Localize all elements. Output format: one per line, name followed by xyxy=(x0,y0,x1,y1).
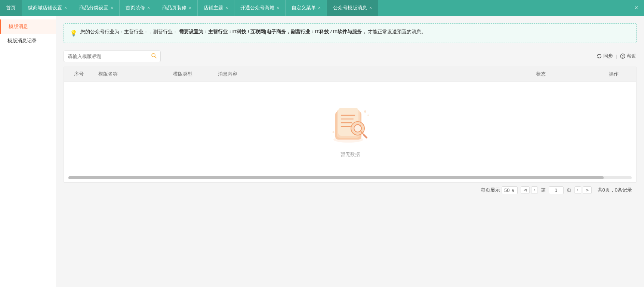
tab-open-mall[interactable]: 开通公众号商城 × xyxy=(234,0,286,16)
th-name: 模版名称 xyxy=(94,67,169,81)
scrollbar[interactable] xyxy=(64,173,636,182)
help-button[interactable]: ? 帮助 xyxy=(620,53,637,59)
page-next-button[interactable]: › xyxy=(574,186,581,194)
per-page-select: 每页显示 50 ∨ xyxy=(481,186,517,194)
th-action: 操作 xyxy=(591,67,636,81)
tab-home-decor-label: 首页装修 xyxy=(126,4,145,11)
tab-shop-settings-close[interactable]: × xyxy=(64,5,67,10)
search-input-wrap xyxy=(64,51,161,62)
svg-line-16 xyxy=(364,135,367,138)
tab-category-settings-label: 商品分类设置 xyxy=(79,4,108,11)
close-all-button[interactable]: × xyxy=(629,4,644,11)
tab-bar: 首页 微商城店铺设置 × 商品分类设置 × 首页装修 × 商品页装修 × 店铺主… xyxy=(0,0,644,16)
page-last-button[interactable]: ⊳ xyxy=(583,186,592,194)
tab-open-mall-close[interactable]: × xyxy=(277,5,279,10)
pagination-bar: 每页显示 50 ∨ ⊲ ‹ 第 页 › ⊳ 共0页，0条记录 xyxy=(64,183,637,196)
svg-line-1 xyxy=(155,57,156,58)
total-info: 共0页，0条记录 xyxy=(598,187,632,193)
sidebar-item-template-msg-records[interactable]: 模版消息记录 xyxy=(0,34,56,48)
toolbar-right: 同步 | ? 帮助 xyxy=(597,53,637,59)
tab-product-decor-close[interactable]: × xyxy=(189,5,191,10)
tab-home-label: 首页 xyxy=(6,4,16,11)
sidebar-item-template-msg[interactable]: 模版消息 xyxy=(0,19,56,34)
empty-state: 暂无数据 xyxy=(64,82,636,173)
scroll-track xyxy=(68,176,632,179)
page-number-input[interactable] xyxy=(549,186,564,194)
svg-point-18 xyxy=(367,115,369,116)
tab-open-mall-label: 开通公众号商城 xyxy=(240,4,274,11)
main-layout: 模版消息 模版消息记录 💡 您的公众号行业为：主营行业：，副营行业： 需要设置为… xyxy=(0,16,644,287)
notice-icon: 💡 xyxy=(70,28,77,38)
content-area: 💡 您的公众号行业为：主营行业：，副营行业： 需要设置为：主营行业：IT科技 /… xyxy=(56,16,644,287)
tab-home-decor[interactable]: 首页装修 × xyxy=(120,0,156,16)
search-button[interactable] xyxy=(148,51,160,62)
notice-box: 💡 您的公众号行业为：主营行业：，副营行业： 需要设置为：主营行业：IT科技 /… xyxy=(64,23,637,43)
help-icon: ? xyxy=(620,54,625,59)
svg-point-17 xyxy=(364,110,366,113)
tab-custom-menu-label: 自定义菜单 xyxy=(292,4,316,11)
tab-home[interactable]: 首页 xyxy=(0,0,22,16)
table-header: 序号 模版名称 模版类型 消息内容 状态 操作 xyxy=(64,67,636,82)
chevron-down-icon: ∨ xyxy=(511,187,515,193)
scroll-thumb xyxy=(68,176,604,179)
tab-custom-menu-close[interactable]: × xyxy=(318,5,321,10)
empty-text: 暂无数据 xyxy=(341,151,360,158)
empty-illustration xyxy=(328,104,373,145)
tab-shop-theme-label: 店铺主题 xyxy=(204,4,223,11)
th-content: 消息内容 xyxy=(213,67,531,81)
toolbar-divider: | xyxy=(616,54,617,59)
tab-shop-theme-close[interactable]: × xyxy=(225,5,228,10)
data-table: 序号 模版名称 模版类型 消息内容 状态 操作 xyxy=(64,67,637,183)
th-seq: 序号 xyxy=(64,67,94,81)
tab-product-decor-label: 商品页装修 xyxy=(162,4,187,11)
search-input[interactable] xyxy=(64,51,148,61)
tab-home-decor-close[interactable]: × xyxy=(147,5,150,10)
svg-text:?: ? xyxy=(622,55,623,58)
th-status: 状态 xyxy=(531,67,591,81)
page-first-button[interactable]: ⊲ xyxy=(521,186,530,194)
page-prev-button[interactable]: ‹ xyxy=(531,186,538,194)
tab-shop-settings[interactable]: 微商城店铺设置 × xyxy=(22,0,73,16)
tab-template-msg-close[interactable]: × xyxy=(369,5,372,10)
tab-shop-settings-label: 微商城店铺设置 xyxy=(28,4,62,11)
svg-point-19 xyxy=(332,131,334,133)
per-page-dropdown[interactable]: 50 ∨ xyxy=(502,186,517,194)
tab-category-settings-close[interactable]: × xyxy=(111,5,113,10)
search-bar: 同步 | ? 帮助 xyxy=(64,51,637,62)
tab-template-msg-label: 公众号模版消息 xyxy=(333,4,367,11)
tab-shop-theme[interactable]: 店铺主题 × xyxy=(198,0,234,16)
th-type: 模版类型 xyxy=(169,67,213,81)
sync-button[interactable]: 同步 xyxy=(597,53,613,59)
tab-category-settings[interactable]: 商品分类设置 × xyxy=(73,0,120,16)
tab-template-msg[interactable]: 公众号模版消息 × xyxy=(327,0,378,16)
sidebar: 模版消息 模版消息记录 xyxy=(0,16,56,287)
search-icon xyxy=(151,53,157,58)
notice-text: 您的公众号行业为：主营行业：，副营行业： 需要设置为：主营行业：IT科技 / 互… xyxy=(80,28,426,36)
page-nav: ⊲ ‹ 第 页 › ⊳ xyxy=(521,186,592,194)
tab-product-decor[interactable]: 商品页装修 × xyxy=(156,0,198,16)
sync-icon xyxy=(597,54,602,59)
tab-custom-menu[interactable]: 自定义菜单 × xyxy=(286,0,327,16)
